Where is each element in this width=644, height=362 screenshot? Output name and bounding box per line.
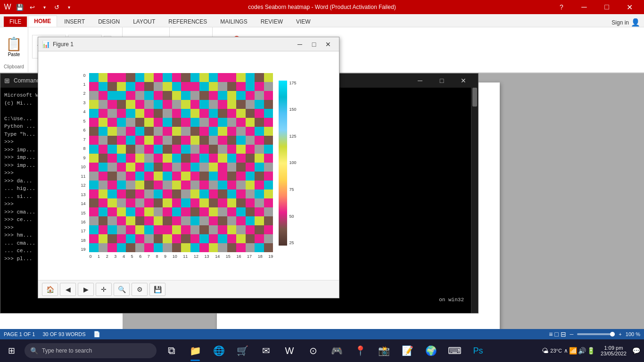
network-icon[interactable]: 📶 xyxy=(569,347,577,354)
paste-button[interactable]: 📋 Paste xyxy=(3,34,25,59)
temperature: 23°C xyxy=(550,348,562,354)
heatmap-cell xyxy=(218,198,227,207)
figure-title: Figure 1 xyxy=(53,41,293,48)
y-label-5: 5 xyxy=(83,119,85,123)
figure-maximize[interactable]: □ xyxy=(307,38,321,51)
undo-dropdown[interactable]: ▾ xyxy=(39,1,50,13)
heatmap-cell xyxy=(117,91,126,100)
heatmap-cell xyxy=(190,118,200,127)
zoom-minus[interactable]: ─ xyxy=(570,331,574,337)
fig-settings-btn[interactable]: ⚙ xyxy=(132,283,148,296)
y-axis-labels: 0 1 2 3 4 5 6 7 8 9 10 11 12 13 14 15 16… xyxy=(81,73,87,252)
heatmap-cell xyxy=(117,109,126,118)
taskbar-notepad[interactable]: 📝 xyxy=(396,339,419,362)
close-button[interactable]: ✕ xyxy=(619,0,640,14)
undo-button[interactable]: ↩ xyxy=(26,1,38,13)
maximize-button[interactable]: □ xyxy=(596,0,618,14)
heatmap-cell xyxy=(99,154,108,163)
heatmap-cell xyxy=(236,154,246,163)
heatmap-cell xyxy=(107,243,117,252)
taskbar-browser2[interactable]: 🌍 xyxy=(420,339,442,362)
heatmap-cell xyxy=(172,225,182,234)
heatmap-cell xyxy=(236,181,246,189)
heatmap-cell xyxy=(144,225,154,234)
heatmap-cell xyxy=(144,198,154,207)
clock-area[interactable]: 1:09 pm 23/05/2022 xyxy=(597,345,630,356)
heatmap-cell xyxy=(154,154,163,163)
figure-minimize[interactable]: ─ xyxy=(293,38,307,51)
cmd-scrollbar[interactable] xyxy=(471,88,478,313)
heatmap-cell xyxy=(255,127,264,136)
heatmap-cell xyxy=(89,189,99,198)
cmd-close[interactable]: ✕ xyxy=(453,74,474,88)
heatmap-cell xyxy=(117,234,126,243)
taskbar-explorer[interactable]: 📁 xyxy=(184,339,206,362)
taskbar-gamepass[interactable]: 🎮 xyxy=(325,339,348,362)
fig-forward-btn[interactable]: ▶ xyxy=(78,283,94,296)
heatmap-cell xyxy=(190,243,200,252)
heatmap-cell xyxy=(264,234,273,243)
heatmap-cell xyxy=(181,181,190,189)
taskbar-ps[interactable]: Ps xyxy=(467,339,489,362)
taskbar-mail[interactable]: ✉ xyxy=(255,339,277,362)
heatmap-cell xyxy=(154,109,163,118)
save-button[interactable]: 💾 xyxy=(14,1,25,13)
figure-close[interactable]: ✕ xyxy=(321,38,335,51)
heatmap-cell xyxy=(117,198,126,207)
tab-references[interactable]: REFERENCES xyxy=(162,16,213,27)
cmd-minimize[interactable]: ─ xyxy=(409,74,431,88)
tab-file[interactable]: FILE xyxy=(4,16,27,27)
fig-save-btn[interactable]: 💾 xyxy=(149,283,165,296)
taskbar-taskview[interactable]: ⧉ xyxy=(160,339,183,362)
sound-icon[interactable]: 🔊 xyxy=(578,347,586,354)
heatmap-cell xyxy=(227,172,237,181)
taskbar-search[interactable]: 🔍 Type here to search xyxy=(25,343,157,358)
tab-insert[interactable]: INSERT xyxy=(58,16,91,27)
heatmap-cell xyxy=(190,91,200,100)
taskbar-maps[interactable]: 📍 xyxy=(349,339,372,362)
signin-area[interactable]: Sign in 👤 xyxy=(611,18,644,27)
chevron-up-icon[interactable]: ∧ xyxy=(564,347,568,354)
taskbar-store[interactable]: 🛒 xyxy=(231,339,254,362)
heatmap-cell xyxy=(163,154,172,163)
fig-zoom-btn[interactable]: ✛ xyxy=(96,283,112,296)
taskbar-chrome[interactable]: ⊙ xyxy=(302,339,324,362)
heatmap-cell xyxy=(190,198,200,207)
notification-icon[interactable]: 💬 xyxy=(632,347,640,354)
tab-design[interactable]: DESIGN xyxy=(92,16,126,27)
heatmap-cell xyxy=(89,136,99,145)
help-button[interactable]: ? xyxy=(551,0,572,14)
y-label-17: 17 xyxy=(81,229,85,233)
tab-layout[interactable]: LAYOUT xyxy=(127,16,161,27)
tab-home[interactable]: HOME xyxy=(28,16,57,27)
taskbar-edge[interactable]: 🌐 xyxy=(207,339,230,362)
zoom-slider[interactable] xyxy=(577,333,615,335)
heatmap-cell xyxy=(218,189,227,198)
fig-back-btn[interactable]: ◀ xyxy=(60,283,76,296)
cmd-maximize[interactable]: □ xyxy=(431,74,453,88)
word-icon: W xyxy=(2,1,13,13)
taskbar-terminal[interactable]: ⌨ xyxy=(443,339,466,362)
redo-button[interactable]: ↺ xyxy=(51,1,62,13)
signin-label[interactable]: Sign in xyxy=(611,19,629,26)
tab-review[interactable]: REVIEW xyxy=(255,16,289,27)
heatmap-cell xyxy=(227,100,237,109)
fig-home-btn[interactable]: 🏠 xyxy=(42,283,58,296)
heatmap-cell xyxy=(246,207,255,216)
taskbar-photos[interactable]: 📸 xyxy=(372,339,395,362)
tab-mailings[interactable]: MAILINGS xyxy=(214,16,253,27)
customize-qat[interactable]: ▾ xyxy=(63,1,74,13)
heatmap-cell xyxy=(190,136,200,145)
start-button[interactable]: ⊞ xyxy=(0,339,23,362)
taskbar-word[interactable]: W xyxy=(278,339,301,362)
heatmap-cell xyxy=(99,118,108,127)
heatmap-cell xyxy=(246,127,255,136)
heatmap-cell xyxy=(89,82,99,91)
heatmap-cell xyxy=(117,145,126,154)
minimize-button[interactable]: ─ xyxy=(573,0,595,14)
tab-view[interactable]: VIEW xyxy=(290,16,317,27)
fig-search-btn[interactable]: 🔍 xyxy=(114,283,130,296)
heatmap-cell xyxy=(246,181,255,189)
zoom-plus[interactable]: + xyxy=(619,331,621,337)
heatmap-cell xyxy=(227,234,237,243)
